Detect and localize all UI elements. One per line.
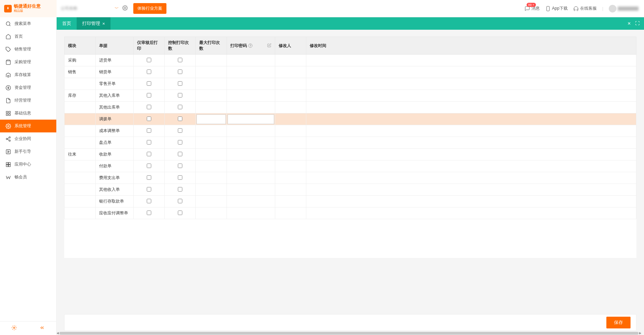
table-row[interactable]: 其他出库单 xyxy=(65,102,636,113)
cell-audit xyxy=(134,184,165,196)
cell-ctrl xyxy=(165,55,196,66)
ctrl-checkbox[interactable] xyxy=(178,69,182,74)
ctrl-checkbox[interactable] xyxy=(178,199,182,203)
th-pwd: 打印密码 ? xyxy=(227,37,275,55)
cell-bill: 银行存取款单 xyxy=(96,196,134,207)
scroll-right-icon[interactable]: ▶ xyxy=(638,332,642,335)
sidebar-collapse-icon[interactable] xyxy=(28,322,57,335)
audit-checkbox[interactable] xyxy=(147,58,151,62)
audit-checkbox[interactable] xyxy=(147,164,151,168)
table-row[interactable]: 盘点单 xyxy=(65,137,636,149)
audit-checkbox[interactable] xyxy=(147,81,151,86)
audit-checkbox[interactable] xyxy=(147,128,151,133)
sidebar-item-purchase[interactable]: 采购管理 xyxy=(0,56,56,68)
ctrl-checkbox[interactable] xyxy=(178,93,182,97)
tab-bar: 首页打印管理✕ ✕ xyxy=(57,17,644,30)
cell-ctrl xyxy=(165,66,196,78)
table-row[interactable]: 成本调整单 xyxy=(65,125,636,137)
ctrl-checkbox[interactable] xyxy=(178,140,182,145)
table-row[interactable]: 销售销货单 xyxy=(65,66,636,78)
help-icon[interactable]: ? xyxy=(248,44,252,48)
audit-checkbox[interactable] xyxy=(147,152,151,156)
audit-checkbox[interactable] xyxy=(147,187,151,192)
tab-close-all-icon[interactable]: ✕ xyxy=(627,21,631,26)
app-download-button[interactable]: App下载 xyxy=(545,6,568,11)
audit-checkbox[interactable] xyxy=(147,105,151,109)
industry-solution-button[interactable]: 体验行业方案 xyxy=(133,3,166,14)
table-row[interactable]: 应收应付调整单 xyxy=(65,207,636,219)
sidebar-item-fund[interactable]: 资金管理 xyxy=(0,81,56,94)
save-button[interactable]: 保存 xyxy=(606,317,631,328)
ctrl-checkbox[interactable] xyxy=(178,81,182,86)
sidebar-item-label: 销售管理 xyxy=(15,46,31,52)
ctrl-checkbox[interactable] xyxy=(178,175,182,180)
table-row[interactable]: 其他收入单 xyxy=(65,184,636,196)
edit-icon[interactable] xyxy=(267,43,271,48)
table-row[interactable]: 费用支出单 xyxy=(65,172,636,184)
audit-checkbox[interactable] xyxy=(147,69,151,74)
sidebar-item-apps[interactable]: 应用中心 xyxy=(0,158,56,171)
table-row[interactable]: 零售开单 xyxy=(65,78,636,90)
print-password-input[interactable] xyxy=(228,114,274,124)
ctrl-checkbox[interactable] xyxy=(178,117,182,121)
sidebar-item-stock[interactable]: 库存核算 xyxy=(0,68,56,81)
table-row[interactable]: 采购进货单 xyxy=(65,55,636,66)
sidebar-item-label: 基础信息 xyxy=(15,110,31,116)
audit-checkbox[interactable] xyxy=(147,93,151,97)
audit-checkbox[interactable] xyxy=(147,175,151,180)
horizontal-scrollbar[interactable]: ◀ ▶ xyxy=(57,332,641,335)
cell-max xyxy=(196,184,227,196)
tab-首页[interactable]: 首页 xyxy=(57,17,77,30)
sidebar-item-system[interactable]: 系统管理 xyxy=(0,120,56,132)
table-row[interactable]: 调拨单 xyxy=(65,113,636,125)
scroll-left-icon[interactable]: ◀ xyxy=(56,332,59,335)
cell-module xyxy=(65,196,96,207)
cell-bill: 其他收入单 xyxy=(96,184,134,196)
ctrl-checkbox[interactable] xyxy=(178,128,182,133)
svg-rect-18 xyxy=(6,150,10,154)
doc-icon xyxy=(6,98,11,103)
cell-audit xyxy=(134,66,165,78)
ctrl-checkbox[interactable] xyxy=(178,152,182,156)
sidebar-item-guide[interactable]: 新手引导 xyxy=(0,145,56,158)
sidebar-item-coop[interactable]: 企业协同 xyxy=(0,132,56,145)
messages-button[interactable]: 99 + 消息 xyxy=(525,6,540,11)
tab-打印管理[interactable]: 打印管理✕ xyxy=(77,17,110,30)
sidebar-item-home[interactable]: 首页 xyxy=(0,30,56,43)
cell-user xyxy=(275,55,306,66)
audit-checkbox[interactable] xyxy=(147,199,151,203)
ctrl-checkbox[interactable] xyxy=(178,187,182,192)
audit-checkbox[interactable] xyxy=(147,117,151,121)
ctrl-checkbox[interactable] xyxy=(178,58,182,62)
customer-service-button[interactable]: 在线客服 xyxy=(573,6,597,11)
audit-checkbox[interactable] xyxy=(147,140,151,145)
tab-close-icon[interactable]: ✕ xyxy=(102,22,105,26)
table-row[interactable]: 付款单 xyxy=(65,160,636,172)
sidebar-item-report[interactable]: 经营管理 xyxy=(0,94,56,107)
fullscreen-icon[interactable] xyxy=(635,21,640,27)
user-menu[interactable] xyxy=(609,5,638,12)
settings-icon[interactable] xyxy=(122,5,128,12)
ctrl-checkbox[interactable] xyxy=(178,105,182,109)
table-row[interactable]: 库存其他入库单 xyxy=(65,90,636,102)
message-badge: 99 + xyxy=(527,3,536,7)
cell-max xyxy=(196,55,227,66)
sidebar-item-base[interactable]: 基础信息 xyxy=(0,107,56,120)
sidebar-item-member[interactable]: 畅会员 xyxy=(0,171,56,184)
max-print-input[interactable] xyxy=(196,114,226,124)
header-right: 99 + 消息 App下载 在线客服 | xyxy=(525,5,638,12)
company-select[interactable]: 公司名称 xyxy=(61,6,113,11)
logo[interactable]: 畅捷通好生意 精品版 xyxy=(0,0,57,17)
table-row[interactable]: 往来收款单 xyxy=(65,149,636,160)
ctrl-checkbox[interactable] xyxy=(178,164,182,168)
scrollbar-thumb[interactable] xyxy=(59,332,638,335)
cell-user xyxy=(275,172,306,184)
ctrl-checkbox[interactable] xyxy=(178,211,182,215)
sidebar-settings-icon[interactable] xyxy=(0,322,28,335)
sidebar-item-label: 首页 xyxy=(15,34,23,39)
chevron-down-icon[interactable]: ﹀ xyxy=(115,6,119,11)
audit-checkbox[interactable] xyxy=(147,211,151,215)
sidebar-item-sales[interactable]: 销售管理 xyxy=(0,43,56,56)
table-row[interactable]: 银行存取款单 xyxy=(65,196,636,207)
sidebar-item-search[interactable]: 搜索菜单 xyxy=(0,17,56,30)
